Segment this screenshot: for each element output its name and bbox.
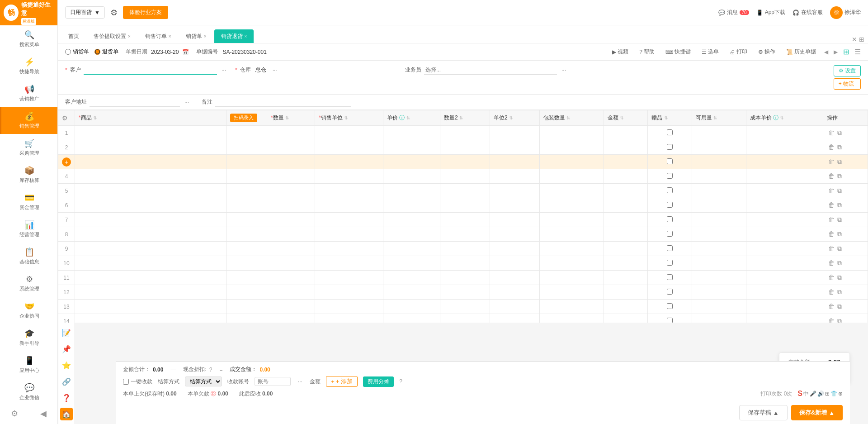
staff-input[interactable] (424, 65, 557, 75)
service-button[interactable]: 🎧 在线客服 (793, 9, 823, 16)
tab-home[interactable]: 首页 (61, 29, 86, 43)
delete-row-btn-1[interactable]: 🗑 (827, 129, 836, 136)
col-settings[interactable]: ⚙ (58, 110, 75, 126)
topbar-settings-icon[interactable]: ⚙ (110, 8, 118, 18)
gift-checkbox-8[interactable] (667, 231, 673, 237)
tab-close-all[interactable]: ✕ (852, 36, 857, 43)
sidebar-item-operations[interactable]: 📊 经营管理 (0, 215, 57, 243)
copy-row-btn-1[interactable]: ⧉ (836, 129, 843, 136)
tab-close-sales-return[interactable]: × (245, 34, 247, 39)
speaker-icon[interactable]: 🔊 (817, 391, 824, 397)
right-panel-note[interactable]: 📝 (60, 326, 73, 339)
gift-checkbox-3[interactable] (667, 158, 673, 164)
sidebar-item-wechat[interactable]: 💬 企业微信 (0, 378, 57, 403)
gift-checkbox-2[interactable] (667, 144, 673, 150)
sidebar-item-sales[interactable]: 💰 销售管理 (0, 107, 57, 134)
staff-picker[interactable]: ··· (560, 67, 568, 73)
toolbar-operations[interactable]: ⚙ 操作 (755, 47, 778, 57)
gift-checkbox-7[interactable] (667, 216, 673, 222)
calculation-method-select[interactable]: 结算方式 (185, 376, 222, 386)
calendar-icon[interactable]: 📅 (182, 49, 189, 55)
gift-checkbox-5[interactable] (667, 187, 673, 193)
gift-checkbox-10[interactable] (667, 260, 673, 266)
gift-checkbox-12[interactable] (667, 289, 673, 295)
cta-button[interactable]: 体验行业方案 (123, 6, 168, 19)
gift-checkbox-1[interactable] (667, 129, 673, 135)
toolbar-help[interactable]: ? 帮助 (637, 47, 657, 57)
delete-row-btn-2[interactable]: 🗑 (827, 143, 836, 151)
nav-next[interactable]: ▶ (834, 49, 838, 55)
copy-row-btn-3[interactable]: ⧉ (836, 158, 843, 165)
add-row-button[interactable]: + (62, 157, 71, 167)
settings-button[interactable]: ⚙ 设置 (834, 65, 861, 76)
sidebar-item-shortcuts[interactable]: ⚡ 快捷导航 (0, 52, 57, 80)
add-logistics-button[interactable]: + 物流 (834, 78, 861, 90)
radio-return[interactable]: 退货单 (94, 48, 118, 56)
gift-checkbox-13[interactable] (667, 303, 673, 309)
copy-row-btn-4[interactable]: ⧉ (836, 172, 843, 180)
save-new-button[interactable]: 保存&新增 ▲ (791, 405, 843, 420)
delete-row-btn-11[interactable]: 🗑 (827, 274, 836, 281)
save-draft-button[interactable]: 保存草稿 ▲ (739, 405, 788, 420)
more-tools-icon[interactable]: ⊕ (838, 391, 843, 397)
right-panel-help[interactable]: ❓ (60, 391, 73, 404)
delete-row-btn-5[interactable]: 🗑 (827, 187, 836, 194)
copy-row-btn-12[interactable]: ⧉ (836, 288, 843, 295)
tab-sales-order[interactable]: 销售订单 × (138, 29, 178, 43)
gift-checkbox-11[interactable] (667, 274, 673, 280)
account-picker[interactable]: ··· (296, 378, 304, 385)
delete-row-btn-3[interactable]: 🗑 (827, 158, 836, 165)
app-download-button[interactable]: 📱 App下载 (756, 9, 785, 16)
sidebar-item-enterprise[interactable]: 🤝 企业协同 (0, 297, 57, 324)
product-input-3[interactable] (79, 159, 222, 165)
delete-row-btn-6[interactable]: 🗑 (827, 201, 836, 209)
customer-input[interactable] (84, 65, 217, 75)
delete-row-btn-13[interactable]: 🗑 (827, 303, 836, 310)
copy-row-btn-8[interactable]: ⧉ (836, 230, 843, 238)
shirt-icon[interactable]: 👕 (830, 391, 837, 397)
sidebar-item-marketing[interactable]: 📢 营销推广 (0, 80, 57, 107)
radio-sales[interactable]: 销货单 (65, 48, 89, 56)
warehouse-picker[interactable]: ··· (271, 67, 279, 73)
delete-row-btn-10[interactable]: 🗑 (827, 259, 836, 267)
copy-row-btn-5[interactable]: ⧉ (836, 187, 843, 194)
nav-prev[interactable]: ◀ (824, 49, 828, 55)
grid-icon[interactable]: ⊞ (825, 391, 830, 397)
delete-row-btn-9[interactable]: 🗑 (827, 245, 836, 252)
tab-close-price-settings[interactable]: × (128, 34, 131, 39)
add-button[interactable]: + + 添加 (326, 376, 358, 387)
gift-checkbox-9[interactable] (667, 245, 673, 251)
gift-checkbox-6[interactable] (667, 202, 673, 208)
address-input[interactable] (90, 97, 180, 107)
view-list[interactable]: ☰ (854, 48, 861, 56)
toolbar-shortcut[interactable]: ⌨ 快捷键 (663, 47, 693, 57)
s-icon[interactable]: S (797, 390, 802, 398)
copy-row-btn-2[interactable]: ⧉ (836, 143, 843, 151)
right-panel-star[interactable]: ⭐ (60, 359, 73, 372)
sidebar-settings-btn[interactable]: ⚙ (9, 407, 20, 420)
mic-icon[interactable]: 🎤 (810, 391, 816, 397)
sidebar-item-purchase[interactable]: 🛒 采购管理 (0, 134, 57, 161)
view-table[interactable]: ⊞ (843, 48, 849, 56)
right-panel-link[interactable]: 🔗 (60, 375, 73, 388)
industry-selector[interactable]: 日用百货 ▼ (65, 6, 105, 19)
discount-help-icon[interactable]: ? (209, 367, 212, 373)
tab-price-settings[interactable]: 售价提取设置 × (87, 29, 137, 43)
account-input[interactable] (255, 377, 291, 386)
toolbar-select[interactable]: ☰ 选单 (699, 47, 722, 57)
gift-checkbox-4[interactable] (667, 173, 673, 179)
delete-row-btn-7[interactable]: 🗑 (827, 216, 836, 223)
delete-row-btn-8[interactable]: 🗑 (827, 230, 836, 238)
copy-row-btn-9[interactable]: ⧉ (836, 245, 843, 252)
tab-close-sales-order[interactable]: × (169, 34, 171, 39)
sidebar-collapse-btn[interactable]: ◀ (38, 407, 48, 420)
delete-row-btn-4[interactable]: 🗑 (827, 172, 836, 180)
copy-row-btn-13[interactable]: ⧉ (836, 303, 843, 310)
scan-button[interactable]: 扫码录入 (230, 114, 257, 122)
fee-help-icon[interactable]: ? (399, 378, 402, 385)
tab-restore[interactable]: ⊞ (859, 36, 864, 43)
zh-icon[interactable]: 中 (803, 390, 809, 398)
tab-sales-return[interactable]: 销货退货 × (214, 29, 254, 43)
copy-row-btn-11[interactable]: ⧉ (836, 274, 843, 281)
sidebar-item-basics[interactable]: 📋 基础信息 (0, 243, 57, 270)
